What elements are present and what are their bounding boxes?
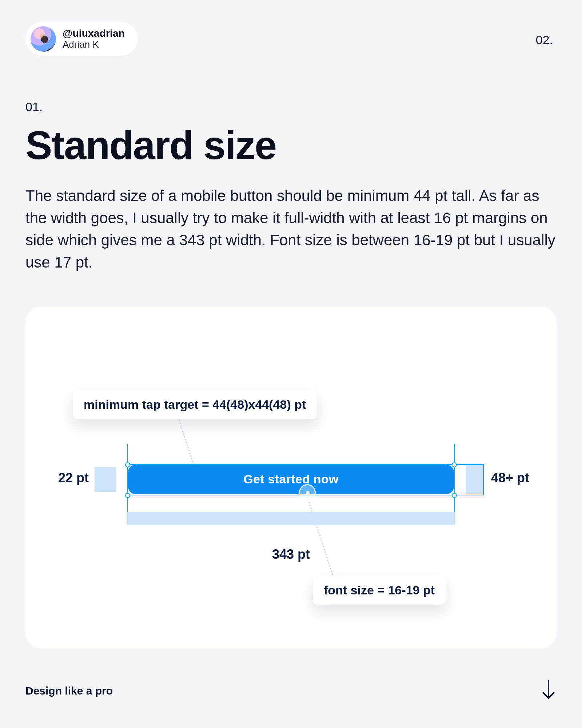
example-button[interactable]: Get started now [128,465,454,494]
label-left-margin: 22 pt [58,470,89,486]
margin-swatch-left [95,467,116,492]
avatar [31,26,56,52]
guide-cap [452,462,457,467]
body-text: The standard size of a mobile button sho… [25,185,557,274]
page-title: Standard size [25,122,557,168]
guide-cap [125,462,130,467]
label-width: 343 pt [25,547,557,562]
footer-tagline: Design like a pro [25,685,113,697]
author-name: Adrian K [63,39,125,50]
cursor-indicator [299,484,316,501]
width-swatch-bottom [127,512,455,525]
author-pill: @uiuxadrian Adrian K [25,22,138,56]
annotation-font-size: font size = 16-19 pt [313,576,446,605]
label-height: 48+ pt [491,470,529,486]
guide-cap [452,493,457,498]
height-swatch-right [466,464,484,495]
guide-line [454,444,455,512]
author-handle: @uiuxadrian [63,28,125,39]
arrow-down-icon [541,679,557,703]
page-number: 02. [536,33,553,47]
guide-cap [125,493,130,498]
annotation-tap-target: minimum tap target = 44(48)x44(48) pt [73,390,317,419]
guide-line [483,464,484,495]
diagram-card: minimum tap target = 44(48)x44(48) pt 22… [25,306,557,649]
section-index: 01. [25,100,557,114]
